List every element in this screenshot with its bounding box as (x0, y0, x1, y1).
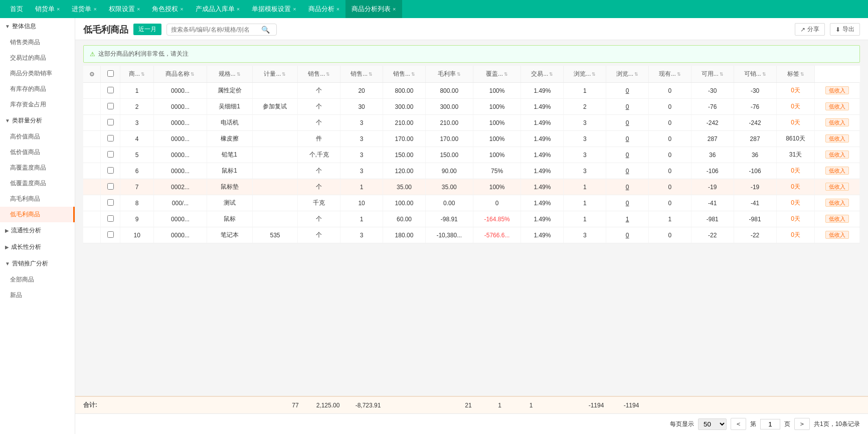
col-name[interactable]: 商品名称⇅ (154, 66, 207, 83)
sidebar: ▼ 整体信息 销售类商品 交易过的商品 商品分类助销率 有库存的商品 库存资金占… (0, 18, 75, 434)
settings-icon[interactable]: ⚙ (89, 71, 95, 78)
row-browse1[interactable]: 1 (606, 211, 649, 227)
row-browse1[interactable]: 0 (606, 99, 649, 115)
sidebar-section-growth[interactable]: ▶ 成长性分析 (0, 239, 75, 255)
row-sales-qty: 3 (340, 163, 383, 179)
row-checkbox[interactable] (101, 227, 120, 243)
row-unit: 个 (298, 99, 340, 115)
page-number-input[interactable] (760, 419, 780, 429)
row-browse1[interactable]: 0 (606, 227, 649, 243)
col-tag[interactable]: 标签⇅ (776, 66, 815, 83)
row-checkbox[interactable] (101, 163, 120, 179)
nav-product-inbound[interactable]: 产成品入库单 × (190, 0, 246, 18)
col-code[interactable]: 商...⇅ (120, 66, 154, 83)
sidebar-item-category-rate[interactable]: 商品分类助销率 (0, 66, 75, 81)
sidebar-section-overall[interactable]: ▼ 整体信息 (0, 18, 75, 35)
page-size-select[interactable]: 50 100 200 (698, 418, 727, 430)
sidebar-item-capital[interactable]: 库存资金占用 (0, 97, 75, 112)
sidebar-item-high-value[interactable]: 高价值商品 (0, 129, 75, 144)
row-checkbox[interactable] (101, 115, 120, 131)
col-saleable[interactable]: 可销...⇅ (734, 66, 776, 83)
nav-template-settings[interactable]: 单据模板设置 × (246, 0, 302, 18)
sidebar-section-flow[interactable]: ▶ 流通性分析 (0, 222, 75, 239)
sidebar-item-stock-goods[interactable]: 有库存的商品 (0, 81, 75, 97)
col-unit[interactable]: 计量...⇅ (252, 66, 298, 83)
row-sales-amount: 35.00 (425, 179, 473, 195)
col-coverage[interactable]: 覆盖...⇅ (473, 66, 521, 83)
nav-home[interactable]: 首页 (4, 0, 29, 18)
sidebar-section-marketing[interactable]: ▼ 营销推广分析 (0, 255, 75, 272)
nav-close-purchase-order[interactable]: × (93, 6, 96, 12)
row-browse1[interactable]: 0 (606, 115, 649, 131)
nav-close-sales-order[interactable]: × (57, 6, 60, 12)
row-browse1[interactable]: 0 (606, 179, 649, 195)
col-spec[interactable]: 规格...⇅ (207, 66, 252, 83)
row-checkbox[interactable] (101, 99, 120, 115)
arrow-icon-3: ▶ (5, 228, 9, 233)
sidebar-item-traded-goods[interactable]: 交易过的商品 (0, 50, 75, 66)
nav-product-analysis-list[interactable]: 商品分析列表 × (345, 0, 402, 18)
row-trade: 1 (564, 211, 606, 227)
row-spec (252, 147, 298, 163)
row-browse1[interactable]: 0 (606, 195, 649, 211)
row-no: 1 (120, 83, 154, 99)
row-browse1[interactable]: 0 (606, 131, 649, 147)
col-gross-rate[interactable]: 毛利率⇅ (425, 66, 473, 83)
row-browse2: 0 (649, 179, 691, 195)
nav-close-role-auth[interactable]: × (180, 6, 183, 12)
row-browse1[interactable]: 0 (606, 83, 649, 99)
search-input[interactable] (171, 26, 261, 33)
nav-sales-order[interactable]: 销货单 × (29, 0, 66, 18)
row-sales-qty: 3 (340, 227, 383, 243)
col-sales-price[interactable]: 销售...⇅ (340, 66, 383, 83)
row-browse1[interactable]: 0 (606, 163, 649, 179)
select-all-checkbox[interactable] (107, 70, 114, 77)
nav-permissions[interactable]: 权限设置 × (103, 0, 146, 18)
sidebar-section-group[interactable]: ▼ 类群量分析 (0, 112, 75, 129)
page-title: 低毛利商品 (83, 24, 128, 36)
sidebar-item-high-margin[interactable]: 高毛利商品 (0, 191, 75, 207)
sidebar-item-low-value[interactable]: 低价值商品 (0, 144, 75, 160)
row-checkbox[interactable] (101, 147, 120, 163)
sidebar-item-sales-goods[interactable]: 销售类商品 (0, 35, 75, 50)
nav-role-auth[interactable]: 角色授权 × (146, 0, 189, 18)
row-coverage: 1.49% (521, 131, 564, 147)
row-unit: 个,千克 (298, 147, 340, 163)
export-button[interactable]: ⬇ 导出 (830, 23, 860, 36)
next-page-button[interactable]: ＞ (794, 418, 810, 430)
footer-browse2: 1 (516, 402, 546, 409)
nav-close-template-settings[interactable]: × (293, 6, 296, 12)
row-checkbox[interactable] (101, 195, 120, 211)
col-browse1[interactable]: 浏览...⇅ (564, 66, 606, 83)
row-checkbox[interactable] (101, 131, 120, 147)
row-browse1[interactable]: 0 (606, 147, 649, 163)
sidebar-item-new-goods[interactable]: 新品 (0, 287, 75, 303)
sidebar-item-low-coverage[interactable]: 低覆盖度商品 (0, 176, 75, 191)
sidebar-item-low-margin[interactable]: 低毛利商品 (0, 207, 75, 222)
col-checkbox[interactable] (101, 66, 120, 83)
nav-close-product-analysis[interactable]: × (336, 6, 339, 12)
share-button[interactable]: ↗ 分享 (795, 23, 825, 36)
col-browse2[interactable]: 浏览...⇅ (606, 66, 649, 83)
col-sales-amount[interactable]: 销售...⇅ (383, 66, 426, 83)
sidebar-item-all-goods[interactable]: 全部商品 (0, 272, 75, 287)
row-checkbox[interactable] (101, 211, 120, 227)
row-checkbox[interactable] (101, 179, 120, 195)
nav-purchase-order[interactable]: 进货单 × (66, 0, 102, 18)
col-settings[interactable]: ⚙ (83, 66, 101, 83)
row-coverage: 1.49% (521, 227, 564, 243)
nav-close-permissions[interactable]: × (137, 6, 140, 12)
time-filter-button[interactable]: 近一月 (133, 24, 161, 35)
nav-close-product-inbound[interactable]: × (237, 6, 240, 12)
col-trade[interactable]: 交易...⇅ (521, 66, 564, 83)
col-current[interactable]: 现有...⇅ (649, 66, 691, 83)
nav-close-product-analysis-list[interactable]: × (393, 6, 396, 12)
row-checkbox[interactable] (101, 83, 120, 99)
sidebar-item-high-coverage[interactable]: 高覆盖度商品 (0, 160, 75, 176)
col-sales-qty[interactable]: 销售...⇅ (298, 66, 340, 83)
arrow-icon-2: ▼ (5, 118, 10, 123)
prev-page-button[interactable]: ＜ (731, 418, 746, 430)
col-available[interactable]: 可用...⇅ (691, 66, 734, 83)
nav-product-analysis[interactable]: 商品分析 × (302, 0, 345, 18)
search-icon[interactable]: 🔍 (261, 26, 270, 34)
